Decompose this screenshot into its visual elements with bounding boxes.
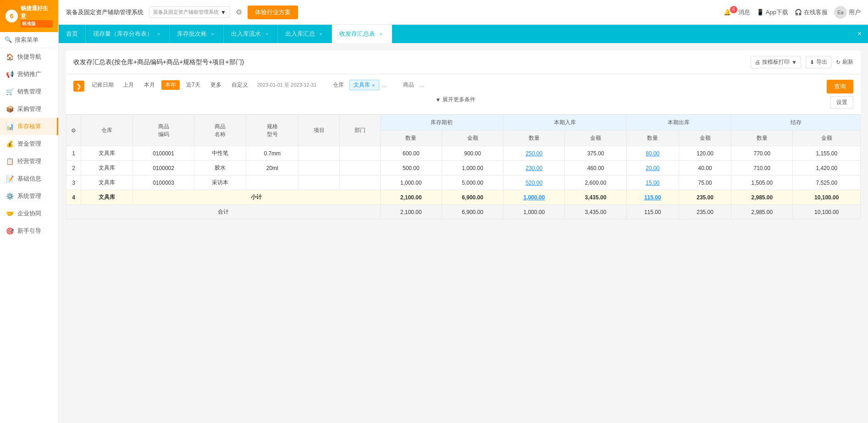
tab-in-out-flow[interactable]: 出入库流水 ×: [224, 25, 278, 43]
tab-close-in-out-flow[interactable]: ×: [264, 31, 270, 37]
row-warehouse: 文具库: [81, 161, 133, 176]
tab-batch-ledger[interactable]: 库存批次账 ×: [170, 25, 224, 43]
logo-badge: 标准版: [21, 20, 53, 27]
subtotal-bal-qty: 2,985.00: [731, 190, 793, 205]
total-row: 合计 2,100.00 6,900.00 1,000.00 3,435.00 1…: [66, 205, 861, 220]
filter-toggle-btn[interactable]: ❯: [73, 81, 84, 92]
table-container: ⚙ 仓库 商品编码 商品名称 规格型号 项目 部门 库存期初 本期入库 本期出库…: [66, 115, 861, 220]
filter-settings-btn[interactable]: 设置: [830, 96, 853, 109]
subtotal-label: 小计: [133, 190, 380, 205]
tab-close-batch-ledger[interactable]: ×: [210, 31, 216, 37]
row-project: [299, 161, 339, 176]
row-in-amt: 460.00: [565, 161, 626, 176]
tab-close-in-out-summary[interactable]: ×: [318, 31, 324, 37]
sidebar-item-marketing[interactable]: 📢 营销推广: [0, 66, 58, 83]
tab-recv-send-summary[interactable]: 收发存汇总表 ×: [332, 25, 392, 43]
col-open-qty-header: 数量: [380, 131, 442, 146]
online-service-btn[interactable]: 🎧 在线客服: [795, 8, 828, 16]
settings-gear-icon[interactable]: ⚙: [236, 8, 242, 16]
guide-icon: 🎯: [6, 227, 14, 235]
row-dept: [339, 176, 380, 190]
row-out-qty[interactable]: 15.00: [626, 176, 679, 190]
sidebar-item-basic[interactable]: 📝 基础信息: [0, 170, 58, 187]
sidebar-item-inventory[interactable]: 📊 库存核算: [0, 118, 58, 135]
filter-row-1: 记账日期 上月 本月 本年 近7天 更多 自定义 2023-01-01 至 20…: [92, 80, 819, 90]
tabbar: 首页 现存量（库存分布表） × 库存批次账 × 出入库流水 × 出入库汇总 × …: [59, 25, 868, 43]
sidebar-item-sales[interactable]: 🛒 销售管理: [0, 83, 58, 100]
trial-btn[interactable]: 体验行业方案: [248, 5, 298, 19]
col-bal-amt-header: 金额: [793, 131, 861, 146]
col-in-amt-header: 金额: [565, 131, 626, 146]
data-table: ⚙ 仓库 商品编码 商品名称 规格型号 项目 部门 库存期初 本期入库 本期出库…: [66, 115, 861, 220]
warehouse-label: 仓库: [333, 81, 344, 89]
row-out-amt: 40.00: [679, 161, 731, 176]
home-icon: 🏠: [6, 53, 14, 61]
row-open-qty: 500.00: [380, 161, 442, 176]
warehouse-more-btn[interactable]: ...: [382, 82, 387, 88]
preset-prev-month[interactable]: 上月: [119, 80, 138, 90]
col-out-amt-header: 金额: [679, 131, 731, 146]
row-in-qty[interactable]: 230.00: [503, 161, 565, 176]
refresh-btn[interactable]: ↻ 刷新: [836, 58, 853, 66]
user-menu-btn[interactable]: Ea 用户: [834, 6, 861, 19]
preset-this-month[interactable]: 本月: [140, 80, 159, 90]
col-code-header: 商品编码: [133, 115, 194, 146]
col-spec-header: 规格型号: [246, 115, 299, 146]
sidebar-search-btn[interactable]: 🔍 搜索菜单: [0, 32, 58, 48]
sidebar-item-finance[interactable]: 💰 资金管理: [0, 135, 58, 153]
preset-custom[interactable]: 自定义: [228, 80, 252, 90]
total-in-qty: 1,000.00: [503, 205, 565, 220]
row-in-amt: 2,600.00: [565, 176, 626, 190]
col-dept-header: 部门: [339, 115, 380, 146]
system-dropdown[interactable]: 装备及固定资产辅助管理系统 ▼: [149, 6, 230, 18]
tab-close-inventory-dist[interactable]: ×: [155, 31, 162, 37]
row-warehouse: 文具库: [81, 146, 133, 161]
filter-area: ❯ 记账日期 上月 本月 本年 近7天 更多 自定义 2023-01-01 至 …: [66, 74, 861, 115]
preset-7days[interactable]: 近7天: [182, 80, 204, 90]
table-row: 3 文具库 0100003 采访本 1,000.00 5,000.00 520.…: [66, 176, 861, 190]
preset-this-year[interactable]: 本年: [161, 80, 180, 90]
export-btn[interactable]: ⬇ 导出: [806, 56, 831, 68]
date-range-text: 2023-01-01 至 2023-12-31: [257, 82, 317, 88]
expand-filter-btn[interactable]: ▼ 展开更多条件: [436, 94, 476, 105]
goods-label: 商品: [403, 81, 414, 89]
row-open-qty: 1,000.00: [380, 176, 442, 190]
app-download-btn[interactable]: 📱 App下载: [757, 8, 788, 16]
sidebar-item-purchase[interactable]: 📦 采购管理: [0, 100, 58, 118]
row-code: 0100001: [133, 146, 194, 161]
goods-more-btn[interactable]: ...: [420, 82, 424, 88]
row-in-qty[interactable]: 250.00: [503, 146, 565, 161]
notification-btn[interactable]: 🔔 6 消息: [724, 8, 750, 16]
row-out-qty[interactable]: 80.00: [626, 146, 679, 161]
tab-in-out-summary[interactable]: 出入库汇总 ×: [278, 25, 332, 43]
row-out-qty[interactable]: 20.00: [626, 161, 679, 176]
query-btn[interactable]: 查询: [827, 80, 853, 93]
sidebar-item-enterprise[interactable]: 🤝 企业协同: [0, 205, 58, 222]
sidebar-item-system[interactable]: ⚙️ 系统管理: [0, 187, 58, 205]
total-bal-amt: 10,100.00: [793, 205, 861, 220]
sidebar-item-guide[interactable]: 🎯 新手引导: [0, 222, 58, 240]
sidebar-item-quick-nav[interactable]: 🏠 快捷导航: [0, 48, 58, 66]
purchase-icon: 📦: [6, 105, 14, 113]
tab-global-close-btn[interactable]: ×: [851, 25, 868, 43]
tab-inventory-dist[interactable]: 现存量（库存分布表） ×: [86, 25, 170, 43]
logo-title: 畅捷通好生意: [21, 5, 53, 20]
row-name: 胶水: [194, 161, 246, 176]
sidebar-item-operation[interactable]: 📋 经营管理: [0, 153, 58, 170]
total-bal-qty: 2,985.00: [731, 205, 793, 220]
warehouse-tag-remove-btn[interactable]: ×: [372, 82, 375, 88]
tab-close-recv-send-summary[interactable]: ×: [378, 31, 384, 37]
preset-more[interactable]: 更多: [207, 80, 225, 90]
row-in-amt: 375.00: [565, 146, 626, 161]
row-project: [299, 176, 339, 190]
col-settings-icon[interactable]: ⚙: [66, 115, 81, 146]
print-btn[interactable]: 🖨 按模板打印 ▼: [751, 56, 801, 68]
finance-icon: 💰: [6, 140, 14, 148]
topbar: 装备及固定资产辅助管理系统 装备及固定资产辅助管理系统 ▼ ⚙ 体验行业方案 🔔…: [59, 0, 868, 25]
row-open-amt: 5,000.00: [442, 176, 503, 190]
total-out-qty: 115.00: [626, 205, 679, 220]
col-opening-header: 库存期初: [380, 115, 503, 131]
row-in-qty[interactable]: 520.00: [503, 176, 565, 190]
tab-home[interactable]: 首页: [59, 25, 86, 43]
subtotal-in-amt: 3,435.00: [565, 190, 626, 205]
